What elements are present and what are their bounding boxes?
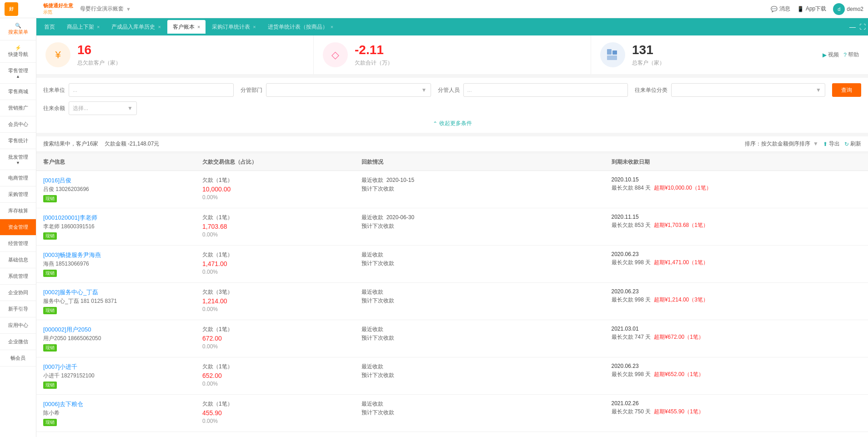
- customer-name-link-6[interactable]: [0006]去下粮仓: [43, 401, 83, 407]
- tab-home[interactable]: 首页: [39, 20, 60, 34]
- refresh-icon: ↻: [844, 141, 849, 147]
- debt-customers-label: 总欠款客户（家）: [77, 59, 304, 67]
- svg-rect-2: [607, 55, 617, 60]
- sidebar-item-wechat[interactable]: 企业微信: [0, 334, 36, 350]
- overdue-4: 2021.03.01 最长欠款 747 天 超期¥672.00（1笔）: [612, 326, 862, 341]
- partner-unit-dots: ...: [73, 87, 77, 93]
- col-header-overdue: 到期未收款日期: [612, 158, 862, 166]
- sidebar-item-member[interactable]: 会员中心: [0, 116, 36, 133]
- close-tab-5[interactable]: ×: [331, 24, 333, 30]
- sidebar-item-marketing[interactable]: 营销推广: [0, 100, 36, 116]
- sidebar-item-ecommerce[interactable]: 电商管理: [0, 170, 36, 186]
- sidebar-item-wholesale[interactable]: 批发管理 ▼: [0, 149, 36, 170]
- refresh-btn[interactable]: ↻ 刷新: [844, 140, 861, 148]
- person-input[interactable]: ...: [463, 83, 628, 97]
- total-customers-icon: [600, 42, 625, 67]
- recovery-1: 最近收款 2020-06-30 预计下次收款: [361, 214, 612, 231]
- overdue-link-6[interactable]: 超期¥455.90（1笔）: [654, 408, 704, 415]
- sidebar-item-search[interactable]: 🔍 搜索菜单: [0, 18, 36, 40]
- overdue-link-2[interactable]: 超期¥1,471.00（1笔）: [654, 259, 708, 266]
- overdue-link-4[interactable]: 超期¥672.00（1笔）: [654, 334, 704, 340]
- tag-5: 现销: [43, 382, 57, 389]
- customer-info-1: [0001020001]李老师 李老师 18600391516 现销: [43, 214, 202, 240]
- person-label: 分管人员: [438, 86, 460, 94]
- debt-info-3: 欠款（3笔） 1,214.00 0.00%: [202, 288, 361, 312]
- customer-name-link-1[interactable]: [0001020001]李老师: [43, 214, 97, 221]
- close-tab-1[interactable]: ×: [97, 24, 100, 30]
- brand-sub: 示范: [43, 9, 73, 15]
- customer-name-link-5[interactable]: [0007]小进千: [43, 363, 77, 370]
- customer-name-link-0[interactable]: [0016]吕俊: [43, 177, 71, 184]
- sidebar-item-vip[interactable]: 畅会员: [0, 350, 36, 367]
- search-icon: 🔍: [2, 23, 34, 29]
- table-row: [0007]小进千 小进千 18279152100 现销 欠款（1笔） 652.…: [36, 357, 868, 395]
- sidebar-item-management[interactable]: 经营管理: [0, 236, 36, 252]
- arrow-icon-2: ▼: [2, 161, 34, 165]
- sidebar-item-basic-info[interactable]: 基础信息: [0, 252, 36, 268]
- app-download-btn[interactable]: 📱 App下载: [797, 5, 826, 13]
- close-tab-2[interactable]: ×: [158, 24, 161, 30]
- tab-product-publish[interactable]: 商品上下架 ×: [61, 20, 105, 34]
- sidebar-item-enterprise[interactable]: 企业协同: [0, 285, 36, 301]
- tab-product-history[interactable]: 产成品入库单历史 ×: [106, 20, 166, 34]
- export-btn[interactable]: ⬆ 导出: [823, 140, 840, 148]
- total-customers-value: 131: [632, 43, 816, 57]
- tab-purchase-stats[interactable]: 采购订单统计表 ×: [206, 20, 261, 34]
- table-row: [0001020001]李老师 李老师 18600391516 现销 欠款（1笔…: [36, 208, 868, 246]
- svg-rect-0: [607, 49, 612, 55]
- sidebar-item-system[interactable]: 系统管理: [0, 268, 36, 285]
- sidebar-item-finance[interactable]: 资金管理: [0, 219, 36, 236]
- overdue-1: 2020.11.15 最长欠款 853 天 超期¥1,703.68（1笔）: [612, 214, 862, 229]
- sidebar-item-quick-nav[interactable]: ⚡ 快捷导航: [0, 40, 36, 63]
- filter-person: 分管人员 ...: [438, 83, 628, 97]
- recovery-2: 最近收款 预计下次收款: [361, 251, 612, 268]
- main-layout: 🔍 搜索菜单 ⚡ 快捷导航 零售管理 ▲ 零售商城 营销推广 会员中心 零售统计…: [0, 18, 868, 437]
- balance-select[interactable]: 选择... ▼: [69, 101, 137, 115]
- balance-label: 往来余额: [43, 105, 65, 112]
- close-tab-4[interactable]: ×: [253, 24, 256, 30]
- tag-4: 现销: [43, 344, 57, 352]
- close-tab-3[interactable]: ×: [197, 24, 200, 30]
- query-button[interactable]: 查询: [832, 83, 861, 97]
- partner-unit-input[interactable]: ...: [69, 83, 234, 97]
- sidebar-item-purchase[interactable]: 采购管理: [0, 186, 36, 203]
- sidebar-item-guide[interactable]: 新手引导: [0, 301, 36, 317]
- sidebar-item-retail-mgmt[interactable]: 零售管理 ▲: [0, 63, 36, 84]
- sort-label[interactable]: 排序：按欠款金额倒序排序 ▼: [745, 140, 818, 148]
- overdue-link-3[interactable]: 超期¥1,214.00（3笔）: [654, 296, 708, 303]
- debt-info-1: 欠款（1笔） 1,703.68 0.00%: [202, 214, 361, 238]
- help-btn[interactable]: ? 帮助: [843, 51, 859, 59]
- sidebar-item-inventory[interactable]: 库存核算: [0, 203, 36, 219]
- company-selector[interactable]: 母婴行业演示账套 ▼: [80, 5, 771, 13]
- maximize-icon[interactable]: ⛶: [859, 23, 866, 30]
- total-customers-label: 总客户（家）: [632, 59, 816, 67]
- tab-customer-account[interactable]: 客户账本 ×: [167, 20, 206, 34]
- export-icon: ⬆: [823, 141, 828, 147]
- tab-import-stats[interactable]: 进货单统计表（按商品） ×: [262, 20, 339, 34]
- overdue-link-5[interactable]: 超期¥652.00（1笔）: [654, 371, 704, 377]
- customer-name-link-3[interactable]: [0002]服务中心_丁磊: [43, 289, 98, 296]
- unit-category-select[interactable]: ▼: [671, 83, 825, 97]
- filter-unit-category: 往来单位分类 ▼: [635, 83, 825, 97]
- video-btn[interactable]: ▶ 视频: [823, 51, 839, 59]
- sidebar-item-apps[interactable]: 应用中心: [0, 317, 36, 334]
- message-btn[interactable]: 💬 消息: [771, 5, 790, 13]
- customer-name-link-2[interactable]: [0003]畅捷服务尹海燕: [43, 251, 101, 258]
- category-dropdown-icon: ▼: [816, 87, 821, 93]
- overdue-5: 2020.06.23 最长欠款 998 天 超期¥652.00（1笔）: [612, 363, 862, 378]
- overdue-link-1[interactable]: 超期¥1,703.68（1笔）: [654, 222, 708, 228]
- message-icon: 💬: [771, 6, 778, 12]
- table-row: [000002]用户2050 用户2050 18665062050 现销 欠款（…: [36, 320, 868, 357]
- company-dropdown-icon: ▼: [126, 6, 131, 12]
- overdue-link-0[interactable]: 超期¥10,000.00（1笔）: [654, 185, 712, 191]
- minimize-icon[interactable]: —: [849, 23, 856, 30]
- collapse-row[interactable]: ⌃ 收起更多条件: [43, 120, 861, 127]
- filter-balance: 往来余额 选择... ▼: [43, 101, 861, 115]
- dept-select[interactable]: ▼: [266, 83, 431, 97]
- sidebar-item-retail-mall[interactable]: 零售商城: [0, 84, 36, 100]
- sidebar-item-retail-stats[interactable]: 零售统计: [0, 133, 36, 149]
- customer-name-link-4[interactable]: [000002]用户2050: [43, 326, 91, 333]
- user-avatar[interactable]: d demo2: [833, 3, 863, 15]
- customer-info-2: [0003]畅捷服务尹海燕 海燕 18513066976 现销: [43, 251, 202, 277]
- total-customers-info: 131 总客户（家）: [632, 43, 816, 67]
